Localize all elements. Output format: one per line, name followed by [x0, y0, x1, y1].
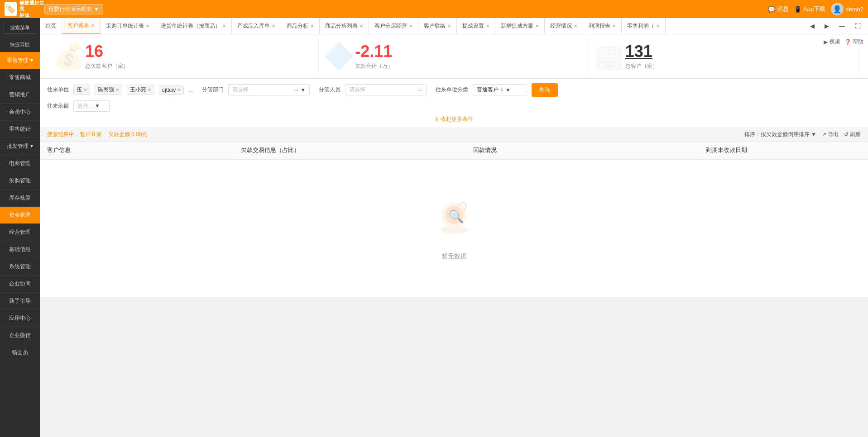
sidebar-item-vip[interactable]: 畅会员	[0, 344, 40, 361]
dept-selector[interactable]: 请选择 ··· ▼	[228, 84, 310, 95]
chevron-down-category: ▼	[505, 87, 511, 93]
result-bar: 搜索结果中，客户 0 家 欠款金额 0.00元 排序：按欠款金额倒序排序 ▼	[40, 128, 868, 142]
person-selector[interactable]: 请选择 ···	[345, 84, 427, 95]
filter-tag-category: 普通客户 ✕	[477, 86, 504, 94]
tab-close-9[interactable]: ✕	[535, 24, 539, 28]
stat-all-customers: 🏢 131 总客户（家）	[589, 39, 859, 74]
sidebar-item-finance[interactable]: 资金管理	[0, 207, 40, 224]
sidebar-item-newbie-guide[interactable]: 新手引导	[0, 293, 40, 310]
tab-actions: ◀ ▶ — ⛶	[803, 18, 868, 34]
tab-stock-stats[interactable]: 进货单统计表（按商品） ✕	[155, 18, 232, 34]
stat-value-customers: 16	[85, 43, 103, 61]
sidebar-item-retail-mgmt[interactable]: 零售管理 ▾	[0, 52, 40, 69]
tab-close-1[interactable]: ✕	[146, 24, 149, 28]
tab-bar: 首页 客户账本 ✕ 采购订单统计表 ✕ 进货单统计表（按商品） ✕ 产成品入库单…	[40, 18, 868, 34]
chevron-down-dept: ▼	[300, 87, 306, 93]
sidebar-item-app-center[interactable]: 应用中心	[0, 310, 40, 327]
filter-tag-unit-0: 伍 ✕	[73, 85, 90, 95]
search-menu-btn[interactable]: 搜索菜单	[4, 22, 36, 34]
sidebar-item-basic-info[interactable]: 基础信息	[0, 241, 40, 258]
top-right: 💬 消息 📱 App下载 👤 demo2	[768, 3, 863, 15]
play-icon: ▶	[824, 39, 828, 45]
chevron-down-sort: ▼	[811, 131, 816, 138]
tab-product-analysis-list[interactable]: 商品分析列表 ✕	[320, 18, 369, 34]
chevron-up-icon: ∧	[435, 116, 439, 122]
video-btn[interactable]: ▶ 视频	[824, 38, 840, 46]
avatar: 👤	[831, 3, 844, 15]
page-content: 💰 16 总欠款客户（家） 🔷 -2.11 欠款合计（万） 🏢 131	[40, 34, 868, 437]
category-selector[interactable]: 普通客户 ✕ ▼	[473, 84, 527, 95]
balance-label: 往来余额	[47, 102, 69, 110]
remove-unit-2[interactable]: ✕	[148, 87, 151, 92]
tab-close-11[interactable]: ✕	[612, 24, 616, 28]
sidebar-item-purchase[interactable]: 采购管理	[0, 172, 40, 190]
tab-customer-segment[interactable]: 客户分层经营 ✕	[369, 18, 418, 34]
remove-unit-0[interactable]: ✕	[83, 87, 87, 92]
sidebar-item-member-center[interactable]: 会员中心	[0, 104, 40, 121]
filter-more-units[interactable]: ...	[188, 87, 193, 93]
tab-close-10[interactable]: ✕	[574, 24, 577, 28]
workspace-selector[interactable]: 母婴行业演示帐套 ▼	[44, 4, 103, 14]
tab-retail-profit[interactable]: 零售利润（ ✕	[622, 18, 666, 34]
result-info: 搜索结果中，客户 0 家 欠款金额 0.00元	[47, 131, 147, 138]
tab-close-7[interactable]: ✕	[447, 24, 451, 28]
table-header: 客户信息 欠款交易信息（占比） 回款情况 到期未收款日期	[40, 142, 868, 160]
sidebar-item-inventory[interactable]: 库存核算	[0, 190, 40, 207]
tab-home[interactable]: 首页	[40, 18, 62, 34]
filter-tag-unit-2: 王小亮 ✕	[127, 85, 154, 95]
tab-product-instock[interactable]: 产成品入库单 ✕	[232, 18, 281, 34]
tab-close-12[interactable]: ✕	[656, 24, 660, 28]
tab-operation-status[interactable]: 经营情况 ✕	[545, 18, 583, 34]
query-button[interactable]: 查询	[532, 83, 558, 97]
remove-category-0[interactable]: ✕	[500, 87, 504, 92]
quick-nav-btn[interactable]: 快捷导航	[0, 38, 40, 52]
stat-total-debt: 🔷 -2.11 欠款合计（万）	[319, 39, 589, 74]
tab-close-customer-ledger[interactable]: ✕	[91, 23, 95, 28]
sidebar-item-retail-stats[interactable]: 零售统计	[0, 121, 40, 138]
user-profile[interactable]: 👤 demo2	[831, 3, 863, 15]
sidebar-item-enterprise-wechat[interactable]: 企业微信	[0, 327, 40, 344]
remove-unit-3[interactable]: ✕	[177, 87, 181, 92]
tab-product-analysis[interactable]: 商品分析 ✕	[281, 18, 320, 34]
export-btn[interactable]: ↗ 导出	[822, 131, 839, 138]
stat-total-customers: 💰 16 总欠款客户（家）	[49, 39, 319, 74]
tab-close-3[interactable]: ✕	[272, 24, 275, 28]
tab-customer-contact[interactable]: 客户联络 ✕	[418, 18, 457, 34]
tab-purchase-order-stats[interactable]: 采购订单统计表 ✕	[101, 18, 155, 34]
tab-minimize-btn[interactable]: —	[835, 18, 849, 34]
dept-label: 分管部门	[202, 86, 224, 94]
sort-selector[interactable]: 排序：按欠款金额倒序排序 ▼	[744, 131, 816, 138]
top-bar: 🏷️ 畅捷通好生意 标版 母婴行业演示帐套 ▼ 💬 消息 📱 App下载 👤 d…	[0, 0, 868, 18]
sidebar-item-enterprise-collab[interactable]: 企业协同	[0, 276, 40, 293]
refresh-btn[interactable]: ↺ 刷新	[844, 131, 861, 138]
sidebar-item-retail-mall[interactable]: 零售商城	[0, 69, 40, 86]
sidebar-item-marketing[interactable]: 营销推广	[0, 86, 40, 104]
tab-prev-btn[interactable]: ◀	[806, 18, 818, 34]
sidebar-item-operation[interactable]: 经营管理	[0, 224, 40, 241]
tab-maximize-btn[interactable]: ⛶	[851, 18, 864, 34]
tab-customer-ledger[interactable]: 客户账本 ✕	[62, 18, 101, 34]
tab-close-6[interactable]: ✕	[409, 24, 412, 28]
tab-add-commission[interactable]: 新增提成方案 ✕	[495, 18, 545, 34]
app-download-btn[interactable]: 📱 App下载	[794, 5, 825, 13]
tab-next-btn[interactable]: ▶	[821, 18, 833, 34]
chevron-down-icon: ▼	[94, 6, 99, 12]
collapse-filter-btn[interactable]: ∧ 收起更多条件	[47, 115, 861, 123]
tab-close-2[interactable]: ✕	[222, 24, 226, 28]
tab-close-4[interactable]: ✕	[310, 24, 314, 28]
tab-close-5[interactable]: ✕	[360, 24, 363, 28]
person-more-icon: ···	[418, 87, 422, 93]
sidebar-item-wholesale-mgmt[interactable]: 批发管理 ▾	[0, 138, 40, 155]
message-btn[interactable]: 💬 消息	[768, 5, 789, 13]
help-btn[interactable]: ❓ 帮助	[844, 38, 863, 46]
balance-selector[interactable]: 选择... ▼	[73, 100, 110, 112]
tab-profit-report[interactable]: 利润报告 ✕	[583, 18, 622, 34]
logo-text: 畅捷通好生意 标版	[19, 0, 44, 18]
tab-commission-settings[interactable]: 提成设置 ✕	[457, 18, 495, 34]
tab-close-8[interactable]: ✕	[486, 24, 489, 28]
sidebar-item-system[interactable]: 系统管理	[0, 258, 40, 276]
filter-tag-unit-1: 陈民强 ✕	[95, 85, 122, 95]
remove-unit-1[interactable]: ✕	[115, 87, 119, 92]
sidebar-item-ecommerce[interactable]: 电商管理	[0, 155, 40, 172]
filter-row-2: 往来余额 选择... ▼	[47, 100, 861, 112]
